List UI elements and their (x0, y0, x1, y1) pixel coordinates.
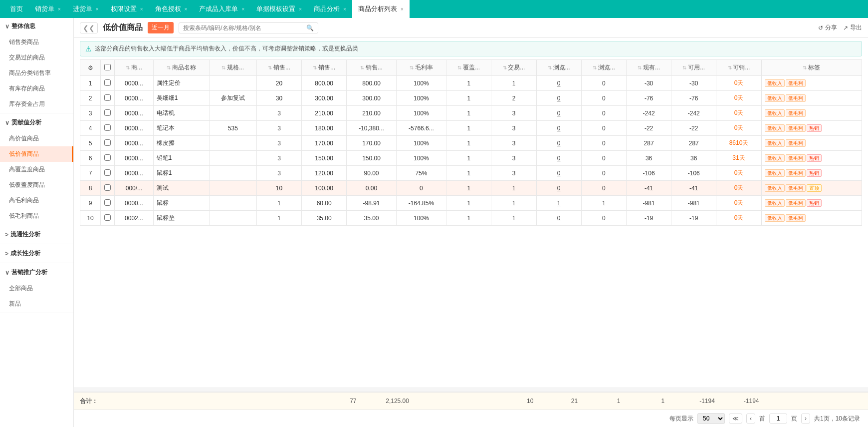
sidebar-group-流通性分析[interactable]: >流通性分析 (0, 226, 73, 243)
row-checkbox[interactable] (104, 184, 111, 191)
sidebar-item-新品[interactable]: 新品 (0, 296, 73, 312)
nav-item-首页[interactable]: 首页 (4, 0, 29, 18)
sidebar-item-商品分类销售率[interactable]: 商品分类销售率 (0, 65, 73, 81)
sidebar-item-库存资金占用[interactable]: 库存资金占用 (0, 96, 73, 112)
row-view1[interactable]: 1 (536, 196, 581, 211)
column-header-sale_qty[interactable]: ⇅ 销售... (256, 60, 301, 76)
view1-link[interactable]: 0 (557, 155, 561, 162)
sort-icon[interactable]: ⇅ (457, 65, 463, 70)
filter-button[interactable]: 近一月 (148, 22, 174, 33)
sort-icon[interactable]: ⇅ (548, 65, 553, 70)
sort-icon[interactable]: ⇅ (638, 65, 643, 70)
column-header-settings[interactable]: ⚙ (80, 60, 101, 76)
row-checkbox[interactable] (104, 94, 111, 101)
sidebar-item-低覆盖度商品[interactable]: 低覆盖度商品 (0, 177, 73, 193)
nav-item-商品分析列表[interactable]: 商品分析列表× (352, 0, 410, 18)
row-checkbox[interactable] (104, 139, 111, 146)
row-name[interactable]: 电话机 (153, 106, 209, 121)
prev-page-button[interactable]: ‹ (746, 414, 755, 424)
next-page-button[interactable]: › (801, 414, 810, 424)
view1-link[interactable]: 0 (557, 185, 561, 192)
nav-item-角色授权[interactable]: 角色授权× (149, 0, 194, 18)
column-header-transaction[interactable]: ⇅ 交易... (491, 60, 536, 76)
row-name[interactable]: 鼠标垫 (153, 211, 209, 226)
search-icon[interactable]: 🔍 (306, 24, 314, 31)
sort-icon[interactable]: ⇅ (268, 65, 273, 70)
row-view1[interactable]: 0 (536, 76, 581, 91)
view1-link[interactable]: 0 (557, 95, 561, 102)
sort-icon[interactable]: ⇅ (503, 65, 508, 70)
row-checkbox[interactable] (104, 154, 111, 161)
collapse-button[interactable]: ❮❮ (80, 22, 98, 33)
select-all-checkbox[interactable] (104, 64, 111, 70)
nav-close-icon[interactable]: × (343, 6, 346, 12)
row-name[interactable]: 鼠标 (153, 196, 209, 211)
column-header-spec[interactable]: ⇅ 规格... (209, 60, 256, 76)
sidebar-group-成长性分析[interactable]: >成长性分析 (0, 245, 73, 262)
row-name[interactable]: 吴细细1 (153, 91, 209, 106)
nav-close-icon[interactable]: × (140, 6, 143, 12)
nav-close-icon[interactable]: × (96, 6, 99, 12)
sidebar-item-低价值商品[interactable]: 低价值商品 (0, 146, 73, 162)
nav-close-icon[interactable]: × (58, 6, 61, 12)
row-checkbox[interactable] (104, 214, 111, 221)
column-header-code[interactable]: ⇅ 商... (115, 60, 154, 76)
nav-item-单据模板设置[interactable]: 单据模板设置× (250, 0, 308, 18)
nav-item-商品分析[interactable]: 商品分析× (308, 0, 352, 18)
row-view1[interactable]: 0 (536, 166, 581, 181)
first-page-button[interactable]: ≪ (729, 414, 742, 424)
row-name[interactable]: 橡皮擦 (153, 136, 209, 151)
row-name[interactable]: 测试 (153, 181, 209, 196)
row-name[interactable]: 鼠标1 (153, 166, 209, 181)
column-header-name[interactable]: ⇅ 商品名称 (153, 60, 209, 76)
sidebar-group-营销推广分析[interactable]: ∨营销推广分析 (0, 264, 73, 281)
row-checkbox[interactable] (104, 79, 111, 86)
row-name[interactable]: 属性定价 (153, 76, 209, 91)
nav-close-icon[interactable]: × (401, 6, 404, 12)
sort-icon[interactable]: ⇅ (167, 65, 172, 70)
search-input[interactable] (183, 24, 304, 31)
row-view1[interactable]: 0 (536, 121, 581, 136)
view1-link[interactable]: 0 (557, 125, 561, 132)
export-action[interactable]: ↗ 导出 (843, 23, 862, 32)
page-number-input[interactable] (769, 414, 787, 424)
horizontal-scrollbar[interactable] (74, 388, 868, 392)
sidebar-item-销售类商品[interactable]: 销售类商品 (0, 34, 73, 50)
sort-icon[interactable]: ⇅ (410, 65, 415, 70)
nav-item-进货单[interactable]: 进货单× (67, 0, 105, 18)
nav-item-权限设置[interactable]: 权限设置× (105, 0, 149, 18)
column-header-stock[interactable]: ⇅ 现有... (626, 60, 671, 76)
sort-icon[interactable]: ⇅ (728, 65, 733, 70)
nav-close-icon[interactable]: × (299, 6, 302, 12)
row-checkbox[interactable] (104, 124, 111, 131)
column-header-checkbox[interactable] (101, 60, 115, 76)
row-checkbox[interactable] (104, 169, 111, 176)
column-header-sale_amount[interactable]: ⇅ 销售... (347, 60, 396, 76)
settings-icon[interactable]: ⚙ (88, 64, 93, 71)
sort-icon[interactable]: ⇅ (313, 65, 318, 70)
view1-link[interactable]: 0 (557, 80, 561, 87)
column-header-saleable[interactable]: ⇅ 可销... (716, 60, 761, 76)
sidebar-group-贡献值分析[interactable]: ∨贡献值分析 (0, 114, 73, 131)
nav-item-销货单[interactable]: 销货单× (29, 0, 67, 18)
sidebar-item-有库存的商品[interactable]: 有库存的商品 (0, 81, 73, 96)
page-size-select[interactable]: 50 100 200 (697, 413, 725, 424)
row-view1[interactable]: 0 (536, 181, 581, 196)
row-checkbox[interactable] (104, 109, 111, 116)
nav-item-产成品入库单[interactable]: 产成品入库单× (193, 0, 250, 18)
view1-link[interactable]: 0 (557, 110, 561, 117)
sidebar-item-高覆盖度商品[interactable]: 高覆盖度商品 (0, 162, 73, 177)
view1-link[interactable]: 0 (557, 140, 561, 147)
row-view1[interactable]: 0 (536, 136, 581, 151)
column-header-view2[interactable]: ⇅ 浏览... (581, 60, 626, 76)
sidebar-item-全部商品[interactable]: 全部商品 (0, 281, 73, 296)
view1-link[interactable]: 0 (557, 215, 561, 222)
column-header-available[interactable]: ⇅ 可用... (671, 60, 716, 76)
column-header-view1[interactable]: ⇅ 浏览... (536, 60, 581, 76)
view1-link[interactable]: 0 (557, 170, 561, 177)
row-name[interactable]: 笔记本 (153, 121, 209, 136)
column-header-margin[interactable]: ⇅ 毛利率 (396, 60, 446, 76)
sort-icon[interactable]: ⇅ (593, 65, 598, 70)
sidebar-item-交易过的商品[interactable]: 交易过的商品 (0, 50, 73, 65)
sort-icon[interactable]: ⇅ (803, 65, 808, 70)
